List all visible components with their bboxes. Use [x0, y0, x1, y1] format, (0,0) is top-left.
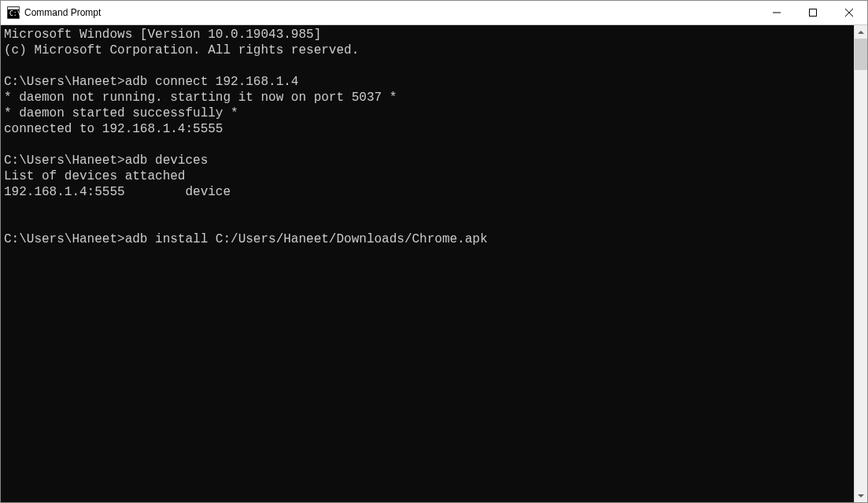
scroll-thumb[interactable]	[855, 39, 867, 70]
chevron-down-icon	[858, 494, 864, 497]
svg-rect-1	[8, 7, 19, 9]
console-line	[4, 200, 851, 216]
console-line: (c) Microsoft Corporation. All rights re…	[4, 43, 851, 58]
window-title: Command Prompt	[24, 7, 759, 18]
console-line: List of devices attached	[4, 168, 851, 184]
chevron-up-icon	[858, 31, 864, 34]
console-line: * daemon started successfully *	[4, 105, 851, 121]
svg-rect-4	[810, 9, 817, 17]
console-line	[4, 216, 851, 231]
scroll-down-arrow[interactable]	[855, 489, 867, 502]
console-line: C:\Users\Haneet>adb connect 192.168.1.4	[4, 74, 851, 90]
console-line: connected to 192.168.1.4:5555	[4, 121, 851, 137]
console-line: 192.168.1.4:5555 device	[4, 184, 851, 200]
cmd-icon: C:\	[7, 6, 20, 19]
maximize-icon	[809, 9, 817, 17]
svg-text:C:\: C:\	[9, 10, 20, 17]
scroll-up-arrow[interactable]	[855, 25, 867, 39]
close-icon	[845, 9, 853, 17]
close-button[interactable]	[831, 1, 867, 24]
console-line: * daemon not running. starting it now on…	[4, 90, 851, 105]
console-line	[4, 58, 851, 74]
scroll-track[interactable]	[855, 39, 867, 489]
console-line: C:\Users\Haneet>adb install C:/Users/Han…	[4, 231, 851, 247]
console-output[interactable]: Microsoft Windows [Version 10.0.19043.98…	[1, 25, 854, 502]
console-line	[4, 137, 851, 153]
console-line: Microsoft Windows [Version 10.0.19043.98…	[4, 27, 851, 43]
maximize-button[interactable]	[795, 1, 831, 24]
console-line: C:\Users\Haneet>adb devices	[4, 153, 851, 168]
window-controls	[759, 1, 867, 24]
vertical-scrollbar[interactable]	[854, 25, 867, 502]
console-wrapper: Microsoft Windows [Version 10.0.19043.98…	[1, 25, 867, 502]
minimize-button[interactable]	[759, 1, 795, 24]
minimize-icon	[773, 9, 781, 17]
window-titlebar: C:\ Command Prompt	[1, 1, 867, 25]
